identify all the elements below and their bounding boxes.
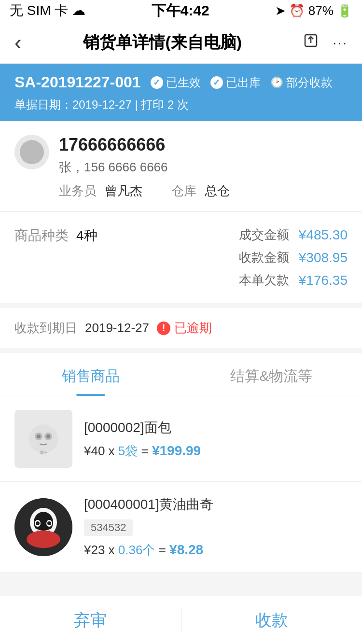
category-label: 商品种类 xyxy=(14,226,69,245)
header-banner: SA-20191227-001 ✓ 已生效 ✓ 已出库 🕑 部分收款 单据日期：… xyxy=(0,64,362,121)
overdue-dot: ! xyxy=(157,322,170,335)
tab-settlement[interactable]: 结算&物流等 xyxy=(181,353,362,396)
status-bar: 无 SIM 卡 ☁ 下午4:42 ➤ ⏰ 87% 🔋 xyxy=(0,0,362,21)
warehouse-label: 仓库 xyxy=(171,183,196,198)
status-left: 无 SIM 卡 ☁ xyxy=(10,1,85,20)
badge-shipped: ✓ 已出库 xyxy=(210,75,261,90)
owed-label: 本单欠款 xyxy=(239,272,289,289)
battery-icon: ➤ ⏰ 87% 🔋 xyxy=(275,3,352,18)
share-icon[interactable] xyxy=(304,33,318,51)
product-info-1: [0000002]面包 ¥40 x 5袋 = ¥199.99 xyxy=(84,419,348,460)
bottom-bar: 弃审 收款 xyxy=(0,596,362,644)
tabs-section: 销售商品 结算&物流等 xyxy=(0,348,362,396)
svg-point-8 xyxy=(46,434,50,438)
deal-label: 成交金额 xyxy=(239,226,289,243)
product-thumb-1: 羊+ xyxy=(14,410,72,468)
cancel-button[interactable]: 弃审 xyxy=(0,609,181,631)
customer-contact: 张，156 6666 6666 xyxy=(59,159,348,176)
nav-title: 销货单详情(来自电脑) xyxy=(83,31,242,54)
due-date: 2019-12-27 xyxy=(85,321,149,336)
confirm-button[interactable]: 收款 xyxy=(181,609,362,631)
received-amount: ¥308.95 xyxy=(299,250,348,266)
nav-bar: ‹ 销货单详情(来自电脑) ··· xyxy=(0,21,362,64)
nav-icons: ··· xyxy=(304,33,348,51)
salesperson-label: 业务员 xyxy=(59,183,97,198)
product-price-1: ¥40 x 5袋 = ¥199.99 xyxy=(84,443,348,460)
product-thumb-2 xyxy=(14,498,72,556)
more-icon[interactable]: ··· xyxy=(333,34,348,51)
back-button[interactable]: ‹ xyxy=(14,30,22,55)
category-value: 4种 xyxy=(76,226,97,245)
svg-point-16 xyxy=(36,521,40,525)
customer-section: 17666666666 张，156 6666 6666 业务员 曾凡杰 仓库 总… xyxy=(0,121,362,211)
svg-point-17 xyxy=(47,521,51,525)
overdue-badge: ! 已逾期 xyxy=(157,320,212,336)
badge-effective: ✓ 已生效 xyxy=(151,75,201,90)
header-doc-date: 单据日期：2019-12-27 | 打印 2 次 xyxy=(14,97,348,112)
svg-point-2 xyxy=(28,145,36,154)
status-right: ➤ ⏰ 87% 🔋 xyxy=(275,3,352,18)
customer-info: 17666666666 张，156 6666 6666 业务员 曾凡杰 仓库 总… xyxy=(59,135,348,199)
owed-amount: ¥176.35 xyxy=(299,273,348,288)
stats-section: 商品种类 4种 成交金额 ¥485.30 收款金额 ¥308.95 本单欠款 ¥… xyxy=(0,211,362,303)
product-item-1: 羊+ [0000002]面包 ¥40 x 5袋 = ¥199.99 xyxy=(0,396,362,482)
due-section: 收款到期日 2019-12-27 ! 已逾期 xyxy=(0,303,362,348)
customer-name: 17666666666 xyxy=(59,135,348,155)
product-name-1: [0000002]面包 xyxy=(84,419,348,437)
product-price-2: ¥23 x 0.36个 = ¥8.28 xyxy=(84,542,348,559)
product-item-2: [000400001]黄油曲奇 534532 ¥23 x 0.36个 = ¥8.… xyxy=(0,482,362,573)
product-name-2: [000400001]黄油曲奇 xyxy=(84,495,348,514)
products-list: 羊+ [0000002]面包 ¥40 x 5袋 = ¥199.99 xyxy=(0,396,362,573)
product-info-2: [000400001]黄油曲奇 534532 ¥23 x 0.36个 = ¥8.… xyxy=(84,495,348,559)
received-label: 收款金额 xyxy=(239,249,289,266)
overdue-text: 已逾期 xyxy=(174,320,212,336)
product-sku-2: 534532 xyxy=(84,519,133,536)
tab-sales-products[interactable]: 销售商品 xyxy=(0,353,181,396)
warehouse-value: 总仓 xyxy=(205,183,230,198)
svg-point-7 xyxy=(37,434,41,438)
svg-point-4 xyxy=(29,424,58,453)
order-id: SA-20191227-001 xyxy=(14,73,141,91)
avatar xyxy=(14,135,49,169)
badge-partial: 🕑 部分收款 xyxy=(270,75,333,90)
status-time: 下午4:42 xyxy=(152,1,209,21)
customer-meta: 业务员 曾凡杰 仓库 总仓 xyxy=(59,182,348,199)
svg-text:羊+: 羊+ xyxy=(40,450,47,455)
svg-point-3 xyxy=(24,155,40,163)
due-label: 收款到期日 xyxy=(14,320,77,336)
deal-amount: ¥485.30 xyxy=(299,227,348,243)
salesperson-value: 曾凡杰 xyxy=(105,183,142,198)
